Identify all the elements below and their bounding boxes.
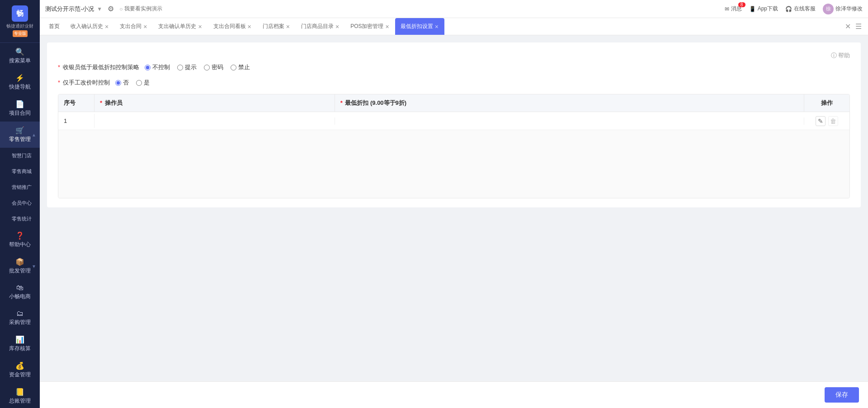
radio-forbidden-input[interactable] <box>231 65 236 70</box>
sidebar-item-quicknav[interactable]: ⚡ 快捷导航 <box>0 69 40 95</box>
user-name: 徐泽华修改 <box>835 5 863 13</box>
radio-yes-input[interactable] <box>136 80 142 86</box>
sidebar-item-marketing[interactable]: 营销推广 <box>0 179 40 195</box>
lightning-icon: ⚡ <box>15 74 24 82</box>
logo-icon: 畅 <box>12 5 28 22</box>
logo-name: 畅捷通好业财 <box>6 23 33 29</box>
sidebar-item-label: 零售管理 <box>9 136 31 143</box>
question-icon: ⓘ <box>831 52 837 60</box>
tab-store-catalog[interactable]: 门店商品目录 × <box>296 18 345 35</box>
cart-icon: 🛒 <box>15 126 24 135</box>
radio-password[interactable]: 密码 <box>204 63 223 71</box>
tab-close-icon[interactable]: × <box>286 23 290 30</box>
topbar-project-selector[interactable]: 测试分开示范-小况 ▼ <box>45 5 102 13</box>
discount-strategy-label: * 收银员低于最低折扣控制策略 <box>58 63 139 71</box>
radio-no[interactable]: 否 <box>115 79 129 87</box>
radio-forbidden-label: 禁止 <box>238 63 250 71</box>
sidebar-item-smartstore[interactable]: 智慧门店 <box>0 148 40 164</box>
tab-close-icon[interactable]: × <box>248 23 251 30</box>
radio-no-control-input[interactable] <box>145 65 151 70</box>
radio-forbidden[interactable]: 禁止 <box>231 63 250 71</box>
sidebar-item-finance[interactable]: 💰 资金管理 <box>0 357 40 383</box>
sidebar-item-members[interactable]: 会员中心 <box>0 195 40 211</box>
sidebar-item-ledger[interactable]: 📒 总账管理 <box>0 383 40 408</box>
tab-close-icon[interactable]: × <box>385 23 389 30</box>
sidebar-item-wholesale[interactable]: 📦 批发管理 ▼ <box>0 253 40 279</box>
tab-store-files[interactable]: 门店档案 × <box>257 18 296 35</box>
project-dropdown-icon: ▼ <box>97 6 102 12</box>
sidebar-item-inventory[interactable]: 📊 库存核算 <box>0 331 40 357</box>
expand-arrow2-icon: ▼ <box>32 264 36 269</box>
td-seq: 1 <box>58 114 94 128</box>
box-icon: 📦 <box>15 258 24 266</box>
tab-income-history[interactable]: 收入确认历史 × <box>65 18 114 35</box>
sidebar-item-ecommerce[interactable]: 🛍 小畅电商 <box>0 279 40 305</box>
tab-pos-encrypt[interactable]: POS加密管理 × <box>345 18 395 35</box>
th-seq: 序号 <box>58 94 94 112</box>
sidebar-item-contract[interactable]: 📄 项目合同 <box>0 95 40 122</box>
tab-close-icon[interactable]: × <box>143 23 147 30</box>
radio-no-control[interactable]: 不控制 <box>145 63 170 71</box>
tab-expense-board[interactable]: 支出合同看板 × <box>208 18 257 35</box>
discount-strategy-row: * 收银员低于最低折扣控制策略 不控制 提示 密码 <box>58 63 850 71</box>
main-area: 测试分开示范-小况 ▼ ⚙ ○ 我要看实例演示 ✉ 消息 8 📱 App下载 🎧… <box>40 0 868 408</box>
row-edit-button[interactable]: ✎ <box>816 116 826 126</box>
sidebar-item-search[interactable]: 🔍 搜索菜单 <box>0 43 40 69</box>
radio-yes-label: 是 <box>144 79 150 87</box>
tab-menu-icon[interactable]: ☰ <box>854 21 863 32</box>
app-label: App下载 <box>758 5 778 13</box>
tabs-controls: ✕ ☰ <box>844 21 864 32</box>
table-empty-area <box>58 130 849 198</box>
topbar-support[interactable]: 🎧 在线客服 <box>785 5 816 13</box>
topbar-settings-icon[interactable]: ⚙ <box>108 5 114 13</box>
sidebar-item-purchase[interactable]: 🗂 采购管理 <box>0 305 40 331</box>
topbar-demo[interactable]: ○ 我要看实例演示 <box>119 5 162 13</box>
topbar-app-download[interactable]: 📱 App下载 <box>749 5 778 13</box>
tab-close-icon[interactable]: × <box>198 23 202 30</box>
radio-yes[interactable]: 是 <box>136 79 150 87</box>
help-icon: ❓ <box>15 231 24 240</box>
sidebar-item-retail[interactable]: 🛒 零售管理 ▲ <box>0 122 40 148</box>
chart-icon: 📊 <box>15 335 24 344</box>
radio-password-label: 密码 <box>212 63 223 71</box>
radio-no-input[interactable] <box>115 80 121 86</box>
sidebar-item-label: 营销推广 <box>12 184 32 191</box>
help-button[interactable]: ⓘ 帮助 <box>831 52 850 60</box>
tab-close-icon[interactable]: × <box>335 23 339 30</box>
tab-min-discount[interactable]: 最低折扣设置 × <box>395 18 444 35</box>
table-row: 1 ✎ 🗑 <box>58 112 849 130</box>
footer-bar: 保存 <box>40 381 868 408</box>
manual-price-options: 否 是 <box>115 79 150 87</box>
user-avatar: 徐 <box>823 4 834 14</box>
sidebar-item-label: 资金管理 <box>9 371 31 379</box>
tab-close-icon[interactable]: × <box>105 23 108 30</box>
doc-icon: 📄 <box>15 100 24 108</box>
sidebar-item-label: 会员中心 <box>12 200 32 206</box>
tab-close-all-icon[interactable]: ✕ <box>844 21 852 32</box>
td-discount <box>335 117 804 125</box>
tab-expense-confirm-history[interactable]: 支出确认单历史 × <box>153 18 208 35</box>
tabs-bar: 首页 收入确认历史 × 支出合同 × 支出确认单历史 × 支出合同看板 × 门店… <box>40 18 868 35</box>
sidebar-item-retailstats[interactable]: 零售统计 <box>0 211 40 227</box>
sidebar-item-label: 小畅电商 <box>9 293 31 300</box>
radio-prompt-input[interactable] <box>177 65 183 70</box>
row-delete-button[interactable]: 🗑 <box>828 116 838 126</box>
sidebar-item-retailmall[interactable]: 零售商城 <box>0 164 40 179</box>
th-actions: 操作 <box>804 94 849 112</box>
topbar-message[interactable]: ✉ 消息 8 <box>725 5 742 13</box>
project-name: 测试分开示范-小况 <box>45 5 94 13</box>
radio-prompt[interactable]: 提示 <box>177 63 197 71</box>
sidebar-item-help[interactable]: ❓ 帮助中心 <box>0 227 40 253</box>
tab-expense-contract[interactable]: 支出合同 × <box>114 18 153 35</box>
sidebar-item-label: 库存核算 <box>9 345 31 352</box>
tab-close-active-icon[interactable]: × <box>435 23 439 30</box>
required-mark: * <box>58 64 60 70</box>
topbar-user[interactable]: 徐 徐泽华修改 <box>823 4 863 14</box>
save-button[interactable]: 保存 <box>825 387 859 403</box>
tab-label: 支出合同 <box>120 23 142 30</box>
th-discount: * 最低折扣 (9.00等于9折) <box>335 94 804 112</box>
topbar-right: ✉ 消息 8 📱 App下载 🎧 在线客服 徐 徐泽华修改 <box>725 4 863 14</box>
tab-home[interactable]: 首页 <box>43 23 65 30</box>
discount-table: 序号 * 操作员 * 最低折扣 (9.00等于9折) 操作 1 <box>58 94 850 198</box>
radio-password-input[interactable] <box>204 65 210 70</box>
